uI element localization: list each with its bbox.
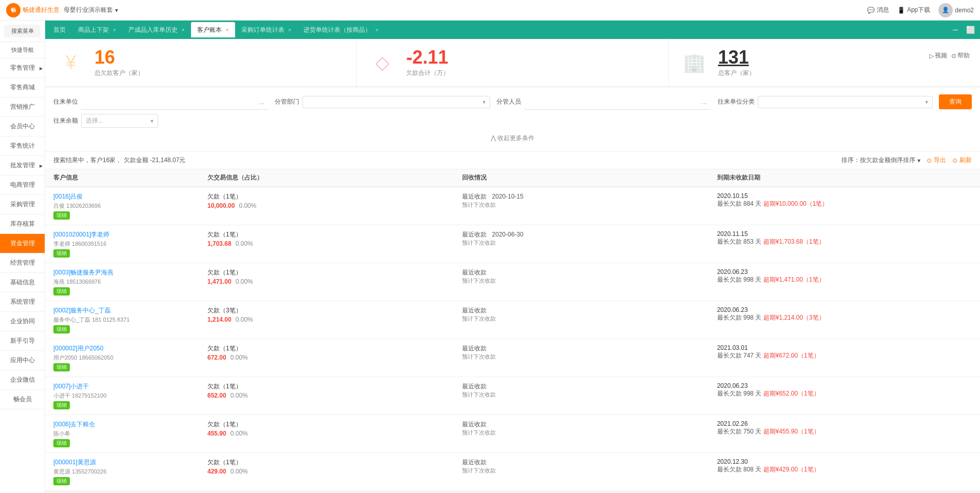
overdue-days: 最长欠款 998 天 [717,314,762,321]
debt-percent: 0.00% [236,316,253,323]
sidebar-item-retail-store[interactable]: 零售商城 [0,78,45,97]
tab-stock-stats-label: 进货单统计表（按商品） [303,26,371,34]
sidebar-item-ecommerce[interactable]: 电商管理 [0,175,45,195]
debt-count: 欠款（3笔） [207,306,462,315]
source-unit-input[interactable] [85,96,259,107]
due-col: 2020.06.23 最长欠款 998 天 超期¥652.00（1笔） [717,382,972,409]
tab-purchase-order[interactable]: 采购订单统计表 × [235,22,298,37]
overdue-amount-link[interactable]: 超期¥429.00（1笔） [763,466,820,473]
sidebar-item-apps[interactable]: 应用中心 [0,351,45,370]
sidebar-item-vip[interactable]: 畅会员 [0,390,45,409]
tab-customer-account-close[interactable]: × [226,27,229,33]
tab-stock-stats-close[interactable]: × [375,27,378,33]
tab-products[interactable]: 商品上下架 × [72,22,122,37]
next-collection: 预计下次收款 [462,429,717,437]
source-unit-more-icon[interactable]: ... [259,97,265,106]
messages-btn[interactable]: 💬 消息 [867,6,889,14]
sidebar-item-guide[interactable]: 新手引导 [0,331,45,351]
customer-id-link[interactable]: [000002]用户2050 [53,345,103,352]
export-btn[interactable]: ⊙ 导出 [927,156,946,165]
customer-info-col: [0006]去下粮仓 陈小希 现销 [53,420,207,447]
sort-selector[interactable]: 排序：按欠款金额倒序排序 ▾ [841,156,920,165]
overdue-amount-link[interactable]: 超期¥1,214.00（3笔） [763,314,825,321]
tab-customer-account[interactable]: 客户账本 × [191,22,235,37]
customer-phone: 黄思源 13552700226 [53,468,207,476]
sidebar: 搜索菜单 快捷导航 零售管理 零售商城 营销推广 会员中心 零售统计 批发管理 … [0,21,45,493]
balance-label: 往来余额 [53,116,78,125]
customer-id-link[interactable]: [0003]畅捷服务尹海燕 [53,269,113,276]
sidebar-quick-nav[interactable]: 快捷导航 [0,42,45,58]
total-customers-label: 总客户（家） [718,69,921,77]
recovery-col: 最近收款 预计下次收款 [462,344,717,371]
recovery-col: 最近收款 预计下次收款 [462,268,717,295]
sidebar-item-enterprise[interactable]: 企业协同 [0,312,45,331]
collapse-up-icon: ⋀ [491,134,496,142]
collapse-filter-btn[interactable]: ⋀ 收起更多条件 [53,132,972,145]
result-bar: 搜索结果中，客户16家， 欠款金额 -21,148.07元 排序：按欠款金额倒序… [45,152,980,169]
overdue-amount-link[interactable]: 超期¥1,703.68（1笔） [763,238,825,245]
overdue-amount-link[interactable]: 超期¥672.00（1笔） [763,352,820,359]
recovery-col: 最近收款 2020-10-15 预计下次收款 [462,192,717,220]
overdue-amount-link[interactable]: 超期¥10,000.00（1笔） [763,200,829,207]
tab-production[interactable]: 产成品入库单历史 × [122,22,191,37]
recovery-col: 最近收款 2020-06-30 预计下次收款 [462,230,717,258]
sidebar-item-finance[interactable]: 资金管理 [0,234,45,253]
search-menu-btn[interactable]: 搜索菜单 [4,25,41,37]
customer-id-link[interactable]: [0007]小进干 [53,383,89,390]
sidebar-item-marketing[interactable]: 营销推广 [0,97,45,117]
sidebar-item-member[interactable]: 会员中心 [0,117,45,136]
balance-placeholder: 选择... [86,116,103,125]
store-selector[interactable]: 母婴行业演示账套 ▾ [64,6,118,14]
unit-category-dropdown-icon: ▾ [925,98,928,106]
sidebar-item-retail-stats[interactable]: 零售统计 [0,136,45,156]
sidebar-item-retail-mgmt[interactable]: 零售管理 [0,58,45,78]
store-dropdown-icon: ▾ [115,7,118,14]
debt-info-col: 欠款（3笔） 1,214.000.00% [207,306,462,333]
app-download-btn[interactable]: 📱 App下载 [897,6,930,14]
tab-minimize-btn[interactable]: ─ [950,25,961,35]
person-more-icon[interactable]: ... [701,97,707,106]
customer-id-link[interactable]: [0002]服务中心_丁磊 [53,307,111,314]
tab-purchase-order-close[interactable]: × [289,27,292,33]
person-input[interactable] [528,96,702,107]
customer-id-link[interactable]: [000001]黄思源 [53,459,96,466]
overdue-amount-link[interactable]: 超期¥652.00（1笔） [763,390,820,397]
customer-id-link[interactable]: [0016]吕俊 [53,193,83,200]
tab-home[interactable]: 首页 [47,22,72,37]
export-icon: ⊙ [927,157,932,164]
due-col: 2021.02.26 最长欠款 750 天 超期¥455.90（1笔） [717,420,972,447]
sidebar-item-wechat-work[interactable]: 企业微信 [0,370,45,390]
customer-phone: 吕俊 13026203696 [53,202,207,210]
sidebar-item-wholesale[interactable]: 批发管理 [0,156,45,175]
tab-stock-stats[interactable]: 进货单统计表（按商品） × [297,22,385,37]
balance-dropdown-icon[interactable]: ▾ [150,117,153,125]
customer-id-link[interactable]: [0006]去下粮仓 [53,421,95,428]
user-avatar[interactable]: 👤 demo2 [938,3,974,17]
refresh-btn[interactable]: ⊙ 刷新 [952,156,972,165]
download-icon: 📱 [897,7,905,14]
tab-production-close[interactable]: × [182,27,185,33]
query-btn[interactable]: 查询 [939,94,972,109]
customer-tag: 现销 [53,363,70,371]
tab-products-close[interactable]: × [113,27,116,33]
customer-id-link[interactable]: [0001020001]李老师 [53,231,109,238]
sidebar-item-system[interactable]: 系统管理 [0,292,45,312]
sidebar-item-inventory[interactable]: 库存核算 [0,214,45,234]
video-btn[interactable]: ▷ 视频 [929,51,947,60]
overdue-days: 最长欠款 998 天 [717,276,762,283]
table-row: [000002]用户2050 用户2050 18665062050 现销 欠款（… [45,339,980,377]
dept-input[interactable] [307,98,482,106]
overdue-amount-link[interactable]: 超期¥455.90（1笔） [763,428,820,435]
tab-expand-btn[interactable]: ⬜ [963,25,978,35]
due-col: 2020.06.23 最长欠款 998 天 超期¥1,214.00（3笔） [717,306,972,333]
unit-category-input[interactable] [762,98,925,106]
sidebar-item-operations[interactable]: 经营管理 [0,253,45,273]
help-btn[interactable]: ⊙ 帮助 [951,51,970,60]
sidebar-item-basic-info[interactable]: 基础信息 [0,273,45,292]
debt-count: 欠款（1笔） [207,268,462,277]
customer-phone: 海燕 18513066976 [53,278,207,286]
debt-amount: 652.00 [207,392,226,399]
overdue-amount-link[interactable]: 超期¥1,471.00（1笔） [763,276,825,283]
sidebar-item-purchase[interactable]: 采购管理 [0,195,45,214]
recovery-col: 最近收款 预计下次收款 [462,420,717,447]
